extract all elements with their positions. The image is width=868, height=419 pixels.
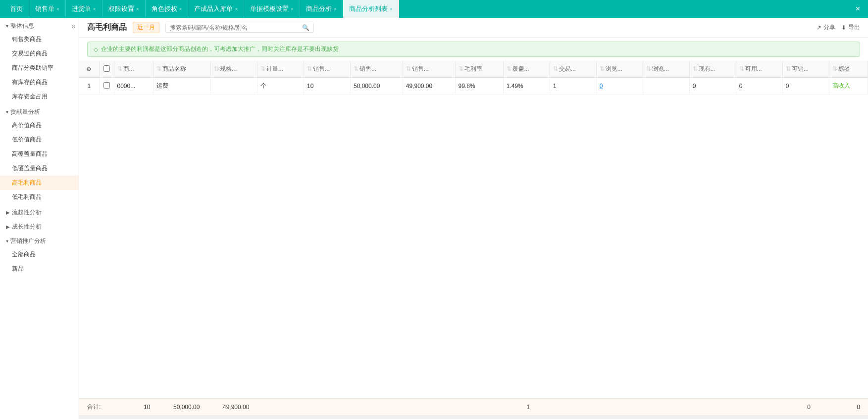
table-header-row: ⚙ ⇅商... ⇅商品名称 ⇅规格... [79, 61, 868, 78]
col-header-name[interactable]: ⇅商品名称 [153, 61, 210, 78]
nav-sales-order[interactable]: 销售单 × [29, 0, 66, 18]
main-layout: » ▾ 整体信息 销售类商品 交易过的商品 商品分类助销率 有库存的商品 库存资… [0, 18, 868, 419]
cell-browse2 [643, 78, 689, 94]
col-header-code[interactable]: ⇅商... [114, 61, 153, 78]
col-header-sales2[interactable]: ⇅销售... [351, 61, 403, 78]
sidebar-item-all-goods[interactable]: 全部商品 [0, 247, 79, 262]
sidebar-item-high-coverage[interactable]: 高覆盖量商品 [0, 147, 79, 161]
cell-unit: 个 [257, 78, 304, 94]
col-header-sales1[interactable]: ⇅销售... [304, 61, 351, 78]
table-container[interactable]: ⚙ ⇅商... ⇅商品名称 ⇅规格... [79, 61, 868, 398]
sidebar-item-low-margin[interactable]: 低毛利商品 [0, 190, 79, 204]
settings-icon[interactable]: ⚙ [86, 66, 92, 73]
close-template-icon[interactable]: × [291, 6, 294, 12]
close-warehouse-icon[interactable]: × [235, 6, 238, 12]
col-header-coverage[interactable]: ⇅覆盖... [503, 61, 550, 78]
select-all-checkbox[interactable] [103, 65, 110, 72]
arrow-down-icon3: ▾ [6, 238, 8, 244]
cell-trade: 1 [550, 78, 596, 94]
col-header-saleable[interactable]: ⇅可销... [782, 61, 829, 78]
col-header-seq[interactable]: ⚙ [79, 61, 99, 78]
cell-saleable: 0 [782, 78, 829, 94]
row-checkbox[interactable] [103, 82, 110, 89]
sidebar-item-sales-goods[interactable]: 销售类商品 [0, 32, 79, 47]
top-navigation: 首页 销售单 × 进货单 × 权限设置 × 角色授权 × 产成品入库单 × 单据… [0, 0, 868, 18]
col-header-browse2[interactable]: ⇅浏览... [643, 61, 689, 78]
export-button[interactable]: ⬇ 导出 [841, 23, 860, 32]
col-header-unit[interactable]: ⇅计量... [257, 61, 304, 78]
cell-check[interactable] [99, 78, 114, 94]
arrow-down-icon: ▾ [6, 23, 8, 29]
sidebar-group-marketing[interactable]: ▾ 营销推广分析 [0, 233, 79, 247]
sidebar-item-low-value[interactable]: 低价值商品 [0, 133, 79, 147]
sidebar-item-traded-goods[interactable]: 交易过的商品 [0, 47, 79, 61]
cell-margin: 99.8% [455, 78, 503, 94]
content-header: 高毛利商品 近一月 🔍 ↗ 分享 ⬇ 导出 [79, 18, 868, 38]
cell-tag: 高收入 [829, 78, 868, 94]
sidebar: » ▾ 整体信息 销售类商品 交易过的商品 商品分类助销率 有库存的商品 库存资… [0, 18, 79, 419]
col-header-available[interactable]: ⇅可用... [736, 61, 782, 78]
col-header-browse1[interactable]: ⇅浏览... [596, 61, 643, 78]
footer-label: 合计: [87, 403, 101, 411]
col-header-current[interactable]: ⇅现有... [689, 61, 736, 78]
close-analysis-list-icon[interactable]: × [390, 6, 393, 12]
sidebar-item-low-coverage[interactable]: 低覆盖量商品 [0, 161, 79, 176]
close-permission-icon[interactable]: × [136, 6, 139, 12]
cell-browse1[interactable]: 0 [596, 78, 643, 94]
close-purchase-order-icon[interactable]: × [93, 6, 96, 12]
sidebar-item-in-stock[interactable]: 有库存的商品 [0, 75, 79, 90]
nav-role-auth[interactable]: 角色授权 × [146, 0, 189, 18]
bottom-scrollbar[interactable] [79, 415, 868, 419]
footer-sales2: 50,000.00 [160, 404, 200, 411]
period-button[interactable]: 近一月 [133, 22, 159, 33]
close-analysis-icon[interactable]: × [334, 6, 337, 12]
sidebar-item-stock-funds[interactable]: 库存资金占用 [0, 90, 79, 104]
nav-product-warehouse[interactable]: 产成品入库单 × [188, 0, 244, 18]
sidebar-group-growth[interactable]: ▶ 成长性分析 [0, 219, 79, 233]
close-sales-order-icon[interactable]: × [56, 6, 59, 12]
cell-name: 运费 [153, 78, 210, 94]
table-row: 1 0000... 运费 个 10 50,000.00 49,900.00 99… [79, 78, 868, 94]
nav-template-settings[interactable]: 单据模板设置 × [244, 0, 300, 18]
arrow-right-icon: ▶ [6, 210, 10, 215]
cell-sales3: 49,900.00 [403, 78, 455, 94]
info-icon: ◇ [94, 46, 98, 53]
footer-current: 0 [771, 404, 811, 411]
sidebar-item-high-value[interactable]: 高价值商品 [0, 118, 79, 133]
cell-code: 0000... [114, 78, 153, 94]
share-icon: ↗ [817, 24, 821, 31]
cell-seq: 1 [79, 78, 99, 94]
col-header-sales3[interactable]: ⇅销售... [403, 61, 455, 78]
share-button[interactable]: ↗ 分享 [817, 23, 835, 32]
nav-purchase-order[interactable]: 进货单 × [66, 0, 102, 18]
sidebar-group-contribution[interactable]: ▾ 贡献量分析 [0, 104, 79, 118]
cell-sales1: 10 [304, 78, 351, 94]
col-header-tag[interactable]: ⇅标签 [829, 61, 868, 78]
close-role-icon[interactable]: × [179, 6, 182, 12]
footer-available: 0 [820, 404, 860, 411]
search-input[interactable] [170, 24, 299, 31]
nav-goods-analysis-list[interactable]: 商品分析列表 × [343, 0, 399, 18]
col-header-check[interactable] [99, 61, 114, 78]
sidebar-item-high-margin[interactable]: 高毛利商品 [0, 176, 79, 190]
nav-permission-settings[interactable]: 权限设置 × [102, 0, 146, 18]
sidebar-item-category-rate[interactable]: 商品分类助销率 [0, 61, 79, 75]
cell-current: 0 [689, 78, 736, 94]
cell-coverage: 1.49% [503, 78, 550, 94]
footer-trade: 1 [490, 404, 530, 411]
footer-sales3: 49,900.00 [209, 404, 249, 411]
col-header-spec[interactable]: ⇅规格... [210, 61, 257, 78]
sidebar-group-trend[interactable]: ▶ 流趋性分析 [0, 204, 79, 219]
close-all-button[interactable]: × [852, 4, 864, 13]
arrow-down-icon2: ▾ [6, 109, 8, 115]
search-icon[interactable]: 🔍 [302, 24, 309, 31]
col-header-margin[interactable]: ⇅毛利率 [455, 61, 503, 78]
sidebar-item-new-goods[interactable]: 新品 [0, 262, 79, 276]
nav-home[interactable]: 首页 [4, 0, 29, 18]
col-header-trade[interactable]: ⇅交易... [550, 61, 596, 78]
content-area: 高毛利商品 近一月 🔍 ↗ 分享 ⬇ 导出 ◇ 企业的主要的利润都是这部分商品创… [79, 18, 868, 419]
nav-goods-analysis[interactable]: 商品分析 × [300, 0, 343, 18]
data-table: ⚙ ⇅商... ⇅商品名称 ⇅规格... [79, 61, 868, 94]
sidebar-group-overall[interactable]: ▾ 整体信息 [0, 18, 79, 32]
sidebar-collapse-button[interactable]: » [71, 22, 76, 31]
